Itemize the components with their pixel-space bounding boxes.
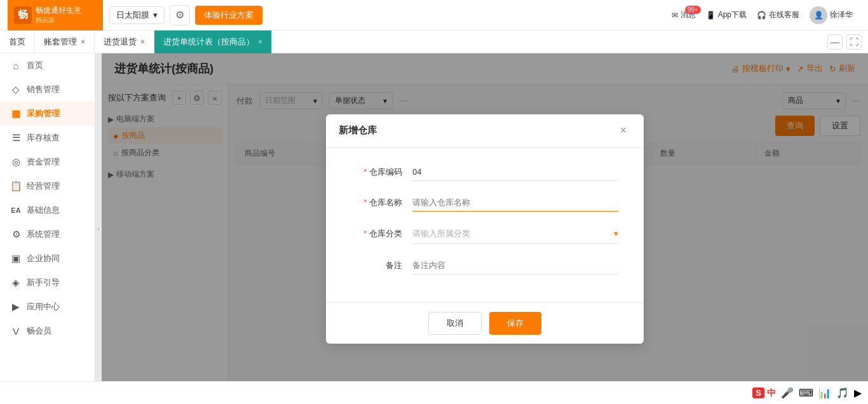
tab-purchase-stats[interactable]: 进货单统计表（按商品） × — [154, 30, 272, 53]
settings-button[interactable]: ⚙ — [170, 5, 190, 25]
logo-text: 畅捷通好生意 精品版 — [36, 6, 81, 24]
tab-close-icon[interactable]: × — [81, 37, 85, 46]
member-icon: V — [10, 325, 22, 337]
modal-footer: 取消 保存 — [326, 302, 644, 344]
sidebar-item-guide[interactable]: ◈ 新手引导 — [0, 271, 95, 295]
header-right: ✉ 消息 99+ 📱 App下载 🎧 在线客服 👤 徐泽华 — [672, 6, 860, 24]
chevron-down-icon: ▾ — [153, 10, 158, 20]
form-row-category: 仓库分类 请输入所属分类 ▾ — [351, 224, 618, 244]
logo-area: 畅 畅捷通好生意 精品版 — [8, 0, 103, 30]
logo-icon: 畅 — [14, 6, 32, 24]
code-label: 仓库编码 — [351, 166, 402, 178]
sidebar-item-inventory[interactable]: ☰ 库存核查 — [0, 126, 95, 150]
tab-account[interactable]: 账套管理 × — [35, 30, 95, 53]
warehouse-category-select[interactable]: 请输入所属分类 ▾ — [412, 224, 618, 244]
top-header: 畅 畅捷通好生意 精品版 日太阳膜 ▾ ⚙ 体验行业方案 ✉ 消息 99+ 📱 … — [0, 0, 868, 30]
modal-header: 新增仓库 × — [326, 114, 644, 148]
modal-overlay: 新增仓库 × 仓库编码 仓库名称 仓库分类 — [102, 53, 868, 404]
basic-icon: EA — [10, 205, 22, 216]
warehouse-code-input[interactable] — [412, 163, 618, 181]
sidebar-item-home[interactable]: ⌂ 首页 — [0, 53, 95, 77]
sidebar-item-sales[interactable]: ◇ 销售管理 — [0, 77, 95, 102]
tab-bar: 首页 账套管理 × 进货退货 × 进货单统计表（按商品） × — ⛶ — [0, 30, 868, 53]
purchase-icon: ▦ — [10, 108, 22, 119]
trial-button[interactable]: 体验行业方案 — [195, 6, 262, 25]
enterprise-icon: ▣ — [10, 253, 22, 264]
tab-home[interactable]: 首页 — [0, 30, 35, 53]
username: 徐泽华 — [830, 10, 853, 20]
sidebar-item-appcenter[interactable]: ▶ 应用中心 — [0, 295, 95, 319]
home-icon: ⌂ — [10, 60, 22, 71]
modal-body: 仓库编码 仓库名称 仓库分类 请输入所属分类 ▾ — [326, 148, 644, 302]
category-placeholder: 请输入所属分类 — [412, 228, 470, 239]
s-logo: S — [752, 387, 764, 398]
user-menu[interactable]: 👤 徐泽华 — [810, 6, 853, 24]
finance-icon: ◎ — [10, 156, 22, 168]
store-selector[interactable]: 日太阳膜 ▾ — [109, 6, 165, 24]
cancel-button[interactable]: 取消 — [428, 312, 482, 335]
main-layout: ⌂ 首页 ◇ 销售管理 ▦ 采购管理 ☰ 库存核查 ◎ 资金管理 📋 经营管理 … — [0, 53, 868, 404]
content-area: 进货单统计(按商品) 🖨 按模板打印 ▾ ↗ 导出 ↻ 刷新 — [102, 53, 868, 404]
sidebar-item-system[interactable]: ⚙ 系统管理 — [0, 222, 95, 246]
guide-icon: ◈ — [10, 277, 22, 288]
sidebar-item-member[interactable]: V 畅会员 — [0, 319, 95, 343]
form-row-remark: 备注 — [351, 257, 618, 274]
warehouse-name-input[interactable] — [412, 194, 618, 212]
category-label: 仓库分类 — [351, 228, 402, 239]
form-row-name: 仓库名称 — [351, 194, 618, 212]
message-icon: ✉ — [672, 11, 678, 20]
bottom-logo: S 中 — [752, 387, 776, 399]
music-icon[interactable]: 🎵 — [836, 387, 849, 399]
sidebar-item-business[interactable]: 📋 经营管理 — [0, 174, 95, 198]
phone-icon: 📱 — [706, 11, 715, 20]
header-middle: 日太阳膜 ▾ ⚙ 体验行业方案 — [103, 5, 672, 25]
mic-icon[interactable]: 🎤 — [781, 387, 794, 399]
messages-button[interactable]: ✉ 消息 99+ — [672, 10, 696, 20]
store-name: 日太阳膜 — [116, 10, 149, 21]
system-icon: ⚙ — [10, 229, 22, 240]
form-row-code: 仓库编码 — [351, 163, 618, 181]
tab-controls: — ⛶ — [827, 34, 868, 50]
sidebar-item-finance[interactable]: ◎ 资金管理 — [0, 150, 95, 174]
tab-purchase-return[interactable]: 进货退货 × — [95, 30, 154, 53]
headset-icon: 🎧 — [757, 11, 766, 20]
online-service-button[interactable]: 🎧 在线客服 — [757, 10, 799, 20]
remark-label: 备注 — [351, 260, 402, 271]
app-download-button[interactable]: 📱 App下载 — [706, 10, 747, 20]
chevron-down-icon: ▾ — [614, 229, 618, 238]
modal-close-button[interactable]: × — [616, 123, 631, 138]
sidebar-item-basic[interactable]: EA 基础信息 — [0, 198, 95, 222]
add-warehouse-modal: 新增仓库 × 仓库编码 仓库名称 仓库分类 — [326, 114, 644, 344]
tab-maximize-button[interactable]: ⛶ — [846, 34, 862, 50]
inventory-icon: ☰ — [10, 132, 22, 144]
tab-minimize-button[interactable]: — — [827, 34, 843, 50]
tab-close-icon[interactable]: × — [140, 37, 145, 46]
play-icon[interactable]: ▶ — [854, 387, 862, 399]
bottom-bar: S 中 🎤 ⌨ 📊 🎵 ▶ — [0, 381, 868, 404]
sidebar-item-purchase[interactable]: ▦ 采购管理 — [0, 102, 95, 126]
warehouse-remark-input[interactable] — [412, 257, 618, 274]
business-icon: 📋 — [10, 180, 22, 192]
sidebar-collapse-button[interactable]: ‹ — [95, 53, 102, 404]
sidebar: ⌂ 首页 ◇ 销售管理 ▦ 采购管理 ☰ 库存核查 ◎ 资金管理 📋 经营管理 … — [0, 53, 95, 404]
chart-icon[interactable]: 📊 — [818, 387, 831, 399]
modal-title: 新增仓库 — [339, 125, 377, 137]
tab-close-icon[interactable]: × — [258, 37, 262, 46]
messages-badge: 99+ — [685, 6, 701, 14]
name-label: 仓库名称 — [351, 197, 402, 208]
save-button[interactable]: 保存 — [489, 312, 541, 335]
sidebar-item-enterprise[interactable]: ▣ 企业协同 — [0, 246, 95, 271]
sales-icon: ◇ — [10, 84, 22, 95]
keyboard-icon[interactable]: ⌨ — [799, 387, 813, 399]
avatar: 👤 — [810, 6, 827, 24]
appcenter-icon: ▶ — [10, 301, 22, 313]
